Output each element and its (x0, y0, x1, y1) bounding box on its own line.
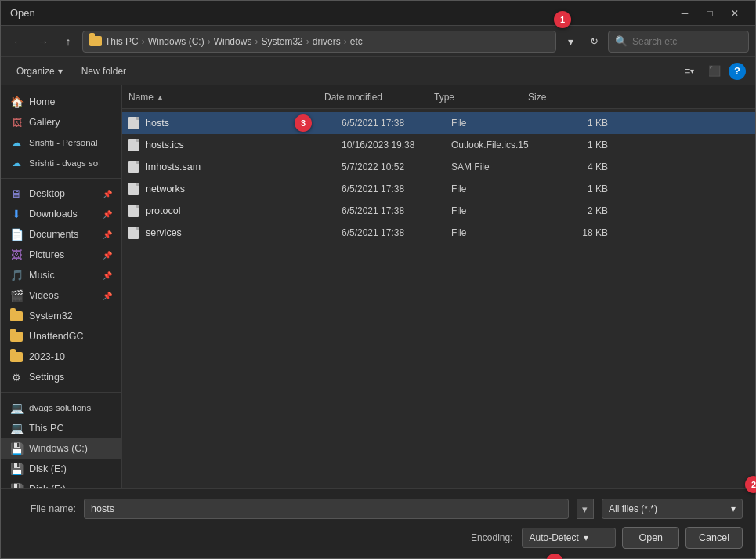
file-icon-networks (128, 183, 141, 195)
pane-button[interactable]: ⬛ (704, 60, 725, 82)
file-date-hosts-ics: 10/16/2023 19:38 (342, 140, 451, 151)
file-size-services: 18 KB (545, 227, 608, 238)
pin-icon-downloads: 📌 (103, 210, 112, 219)
sidebar-item-documents[interactable]: 📄 Documents 📌 (1, 224, 121, 245)
sidebar-item-srishti-dvags[interactable]: ☁ Srishti - dvags sol (1, 153, 121, 173)
file-name-networks: networks (146, 183, 342, 194)
system32-folder-icon (10, 310, 23, 322)
sidebar-item-home[interactable]: 🏠 Home (1, 92, 121, 112)
filetype-select[interactable]: All files (*.*) ▾ 2 (602, 499, 743, 519)
sort-arrow-name: ▲ (157, 93, 164, 101)
file-row-networks[interactable]: networks 6/5/2021 17:38 File 1 KB (122, 178, 755, 200)
sidebar-item-this-pc[interactable]: 💻 This PC (1, 418, 121, 438)
sidebar-divider-1 (1, 178, 121, 179)
file-row-services[interactable]: services 6/5/2021 17:38 File 18 KB (122, 222, 755, 244)
filetype-value: All files (*.*) (609, 503, 657, 514)
sidebar-item-downloads[interactable]: ⬇ Downloads 📌 (1, 204, 121, 224)
sidebar-label-music: Music (29, 270, 55, 281)
sidebar-item-videos[interactable]: 🎬 Videos 📌 (1, 285, 121, 306)
disk-e-icon: 💾 (10, 463, 23, 475)
unattendgc-folder-icon (10, 330, 23, 343)
col-header-date[interactable]: Date modified (324, 92, 434, 103)
minimize-button[interactable]: ─ (674, 5, 696, 21)
close-button[interactable]: ✕ (724, 5, 746, 21)
sidebar-item-desktop[interactable]: 🖥 Desktop 📌 (1, 183, 121, 204)
open-button[interactable]: Open (622, 527, 679, 549)
file-icon-protocol (128, 205, 141, 217)
new-folder-button[interactable]: New folder (75, 63, 132, 80)
sidebar-item-music[interactable]: 🎵 Music 📌 (1, 265, 121, 285)
help-button[interactable]: ? (729, 63, 746, 80)
search-box[interactable]: 🔍 (608, 31, 749, 53)
this-pc-icon: 💻 (10, 422, 23, 434)
main-content: 🏠 Home 🖼 Gallery ☁ Srishti - Personal ☁ … (1, 85, 755, 488)
sidebar-item-settings[interactable]: ⚙ Settings (1, 367, 121, 387)
open-dialog: Open ─ □ ✕ ← → ↑ This PC › Windows (C:) … (0, 0, 756, 559)
up-icon: ↑ (66, 35, 71, 48)
annotation-2: 2 (745, 476, 756, 493)
sidebar-label-2023-10: 2023-10 (29, 351, 65, 362)
titlebar-controls: ─ □ ✕ (674, 5, 746, 21)
col-header-name[interactable]: Name ▲ (128, 92, 324, 103)
file-date-services: 6/5/2021 17:38 (342, 227, 451, 238)
sidebar-item-srishti-personal[interactable]: ☁ Srishti - Personal (1, 132, 121, 153)
back-button[interactable]: ← (7, 31, 29, 53)
col-name-label: Name (128, 92, 154, 103)
back-icon: ← (13, 35, 24, 48)
sidebar-label-videos: Videos (29, 290, 59, 301)
annotation-4: 4 (546, 554, 563, 559)
search-input[interactable] (632, 36, 742, 47)
filename-dropdown-button[interactable]: ▾ (577, 499, 594, 519)
col-header-size[interactable]: Size (528, 92, 591, 103)
filename-label: File name: (13, 503, 76, 514)
breadcrumb-folder-icon (89, 36, 102, 46)
col-header-type[interactable]: Type (434, 92, 528, 103)
encoding-arrow-icon: ▾ (584, 532, 588, 543)
cloud-icon-dvags: ☁ (10, 157, 23, 169)
refresh-button[interactable]: ↻ (583, 31, 605, 53)
encoding-select[interactable]: Auto-Detect ▾ 4 (522, 528, 616, 548)
sidebar-item-2023-10[interactable]: 2023-10 (1, 347, 121, 367)
file-area: Name ▲ Date modified Type Size (122, 85, 755, 488)
file-row-hosts-ics[interactable]: hosts.ics 10/16/2023 19:38 Outlook.File.… (122, 134, 755, 156)
sidebar-item-system32[interactable]: System32 (1, 306, 121, 326)
organize-button[interactable]: Organize ▾ (10, 63, 69, 80)
sidebar-item-gallery[interactable]: 🖼 Gallery (1, 112, 121, 132)
sidebar-item-windows-c[interactable]: 💾 Windows (C:) (1, 438, 121, 459)
sidebar-label-desktop: Desktop (29, 188, 65, 199)
file-row-protocol[interactable]: protocol 6/5/2021 17:38 File 2 KB (122, 200, 755, 222)
sidebar-label-dvags-solutions: dvags solutions (29, 403, 91, 412)
forward-button[interactable]: → (32, 31, 54, 53)
file-name-hosts: hosts (146, 118, 342, 129)
annotation-3: 3 (295, 114, 312, 132)
cancel-button[interactable]: Cancel (685, 527, 743, 549)
sidebar-item-disk-e[interactable]: 💾 Disk (E:) (1, 459, 121, 479)
view-options-button[interactable]: ≡ ▾ (678, 60, 700, 82)
sidebar-label-gallery: Gallery (29, 117, 60, 128)
file-row-hosts[interactable]: hosts 6/5/2021 17:38 File 1 KB 3 (122, 112, 755, 134)
sidebar-item-dvags-solutions[interactable]: 💻 dvags solutions (1, 397, 121, 418)
breadcrumb[interactable]: This PC › Windows (C:) › Windows › Syste… (82, 31, 556, 53)
sidebar-item-unattendgc[interactable]: UnattendGC (1, 326, 121, 347)
sidebar-label-disk-e: Disk (E:) (29, 463, 67, 474)
sidebar-item-disk-f[interactable]: 💾 Disk (F:) (1, 479, 121, 488)
music-icon: 🎵 (10, 269, 23, 281)
pictures-icon: 🖼 (10, 249, 23, 261)
up-button[interactable]: ↑ (57, 31, 79, 53)
sidebar-item-pictures[interactable]: 🖼 Pictures 📌 (1, 245, 121, 265)
file-name-services: services (146, 227, 342, 238)
gallery-icon: 🖼 (10, 116, 23, 129)
cloud-icon-personal: ☁ (10, 136, 23, 149)
2023-10-folder-icon (10, 350, 23, 363)
pin-icon-pictures: 📌 (103, 251, 112, 260)
dropdown-arrow-button[interactable]: ▾ (559, 31, 581, 53)
bottom-bar: File name: ▾ All files (*.*) ▾ 2 Encodin… (1, 488, 755, 558)
maximize-button[interactable]: □ (699, 5, 721, 21)
file-row-lmhosts-sam[interactable]: lmhosts.sam 5/7/2022 10:52 SAM File 4 KB (122, 156, 755, 178)
file-icon-lmhosts-sam (128, 161, 141, 173)
encoding-value: Auto-Detect (529, 532, 578, 543)
filename-input[interactable] (84, 499, 569, 519)
file-name-hosts-ics: hosts.ics (146, 140, 342, 151)
file-icon-hosts-ics (128, 139, 141, 151)
pane-icon: ⬛ (708, 65, 721, 77)
